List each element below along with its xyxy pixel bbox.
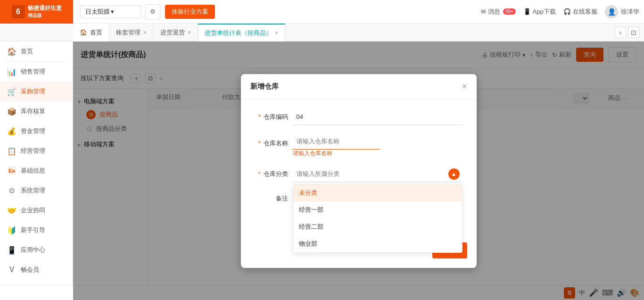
dropdown-option-0[interactable]: 未分类 <box>293 184 462 201</box>
new-warehouse-dialog: 新增仓库 × * 仓库编码 <box>241 74 477 268</box>
member-icon: V <box>8 266 16 274</box>
sidebar-item-system[interactable]: ⚙ 系统管理 <box>0 181 73 200</box>
home-sidebar-icon: 🏠 <box>8 47 16 56</box>
sidebar-item-guide[interactable]: 🔰 新手引导 <box>0 220 73 240</box>
category-label: * 仓库分类 <box>255 166 293 178</box>
online-service-label: 在线客服 <box>573 8 597 16</box>
store-name: 日太阳膜 <box>85 8 111 16</box>
user-area[interactable]: 👤 徐泽华 <box>605 5 639 18</box>
appstore-icon: 📱 <box>8 246 16 254</box>
message-badge: 99+ <box>503 8 516 15</box>
avatar: 👤 <box>605 5 618 18</box>
tab-purchase-return-close[interactable]: × <box>188 29 191 36</box>
tab-purchase-return-label: 进货退货 <box>160 28 185 37</box>
category-required-mark: * <box>258 170 261 177</box>
dialog-header: 新增仓库 × <box>241 74 477 100</box>
sidebar-item-sales[interactable]: 📊 销售管理 <box>0 62 73 82</box>
tab-bar: 🏠 首页 账套管理 × 进货退货 × 进货单统计表（按商品） × ‹ ⊡ <box>0 24 644 42</box>
logo: 6 畅捷通好生意 精品版 <box>0 0 73 24</box>
store-selector[interactable]: 日太阳膜 ▾ <box>80 5 141 18</box>
operations-icon: 📋 <box>8 147 16 155</box>
form-row-code: * 仓库编码 <box>255 109 462 125</box>
user-name: 徐泽华 <box>621 8 639 16</box>
tab-accounts[interactable]: 账套管理 × <box>109 24 154 42</box>
tab-purchase-stats-close[interactable]: × <box>275 30 278 36</box>
sidebar-item-enterprise[interactable]: 🤝 企业协同 <box>0 200 73 220</box>
sidebar-member-label: 畅会员 <box>21 266 39 274</box>
nav-right-area: ✉ 消息 99+ 📱 App下载 🎧 在线客服 👤 徐泽华 <box>481 5 639 18</box>
category-dropdown-btn[interactable]: ▲ <box>448 168 460 180</box>
tab-purchase-stats[interactable]: 进货单统计表（按商品） × <box>198 24 285 42</box>
gear-icon: ⚙ <box>150 8 156 15</box>
app-download-btn[interactable]: 📱 App下载 <box>523 8 556 16</box>
form-row-category: * 仓库分类 ▲ 未分类 经营一部 经营二部 物业部 <box>255 166 462 182</box>
sidebar-item-purchase[interactable]: 🛒 采购管理 <box>0 82 73 101</box>
tab-purchase-stats-label: 进货单统计表（按商品） <box>205 29 272 37</box>
experience-btn[interactable]: 体验行业方案 <box>165 5 215 19</box>
code-required-mark: * <box>258 113 261 120</box>
system-icon: ⚙ <box>8 186 16 195</box>
logo-number: 6 <box>16 8 20 16</box>
dropdown-option-3[interactable]: 物业部 <box>293 235 462 252</box>
logo-sub-text: 精品版 <box>28 12 62 19</box>
sales-icon: 📊 <box>8 67 16 76</box>
sidebar-item-inventory[interactable]: 📦 库存核算 <box>0 101 73 121</box>
tab-purchase-return[interactable]: 进货退货 × <box>154 24 198 42</box>
sidebar-inventory-label: 库存核算 <box>21 107 45 116</box>
sidebar-purchase-label: 采购管理 <box>21 87 45 96</box>
sidebar-item-member[interactable]: V 畅会员 <box>0 260 73 280</box>
basic-info-icon: Ea <box>8 167 16 175</box>
phone-icon: 📱 <box>523 8 531 15</box>
dropdown-option-2[interactable]: 经营二部 <box>293 218 462 235</box>
home-icon: 🏠 <box>80 29 87 36</box>
sidebar-sales-label: 销售管理 <box>21 67 45 76</box>
purchase-icon: 🛒 <box>8 87 16 96</box>
name-input[interactable] <box>293 133 380 150</box>
logo-text-block: 畅捷通好生意 精品版 <box>28 4 62 19</box>
store-arrow-icon: ▾ <box>111 8 136 15</box>
sidebar-system-label: 系统管理 <box>21 186 45 195</box>
finance-icon: 💰 <box>8 127 16 135</box>
sidebar-finance-label: 资金管理 <box>21 127 45 135</box>
form-name-row-inner: * 仓库名称 <box>255 133 380 150</box>
sidebar-guide-label: 新手引导 <box>21 226 45 234</box>
message-label: 消息 <box>488 8 500 16</box>
enterprise-icon: 🤝 <box>8 206 16 215</box>
form-row-name: * 仓库名称 请输入仓库名称 <box>255 133 462 158</box>
tab-home[interactable]: 🏠 首页 <box>73 24 109 42</box>
sidebar-home-label: 首页 <box>21 47 33 56</box>
name-error-msg: 请输入仓库名称 <box>293 150 332 158</box>
sidebar: 🏠 首页 📊 销售管理 🛒 采购管理 📦 库存核算 💰 资金管理 📋 经营管理 … <box>0 42 73 300</box>
code-label: * 仓库编码 <box>255 109 293 121</box>
code-input[interactable] <box>293 109 462 125</box>
tab-prev-btn[interactable]: ‹ <box>615 27 626 38</box>
logo-icon: 6 <box>12 5 25 18</box>
sidebar-basic-info-label: 基础信息 <box>21 167 45 175</box>
dialog-title: 新增仓库 <box>250 82 279 91</box>
dialog-body: * 仓库编码 * 仓库名称 <box>241 100 477 237</box>
modal-overlay: 新增仓库 × * 仓库编码 <box>73 42 644 300</box>
category-input[interactable] <box>293 166 462 182</box>
sidebar-item-basic-info[interactable]: Ea 基础信息 <box>0 161 73 181</box>
message-icon: ✉ <box>481 8 486 15</box>
dialog-close-btn[interactable]: × <box>462 82 467 92</box>
message-btn[interactable]: ✉ 消息 99+ <box>481 8 516 16</box>
sidebar-item-home[interactable]: 🏠 首页 <box>0 42 73 61</box>
remarks-label: 备注 <box>255 191 293 203</box>
app-download-label: App下载 <box>533 8 556 16</box>
name-required-mark: * <box>258 140 261 147</box>
sidebar-item-finance[interactable]: 💰 资金管理 <box>0 121 73 141</box>
tab-accounts-close[interactable]: × <box>143 29 147 36</box>
name-label: * 仓库名称 <box>255 135 293 148</box>
name-error-wrap: 请输入仓库名称 <box>255 150 332 158</box>
online-service-btn[interactable]: 🎧 在线客服 <box>563 8 597 16</box>
sidebar-enterprise-label: 企业协同 <box>21 206 45 215</box>
main-layout: 🏠 首页 📊 销售管理 🛒 采购管理 📦 库存核算 💰 资金管理 📋 经营管理 … <box>0 42 644 300</box>
guide-icon: 🔰 <box>8 226 16 234</box>
sidebar-item-appstore[interactable]: 📱 应用中心 <box>0 240 73 260</box>
dropdown-option-1[interactable]: 经营一部 <box>293 201 462 218</box>
tab-next-btn[interactable]: ⊡ <box>628 27 639 38</box>
settings-gear-btn[interactable]: ⚙ <box>145 4 160 19</box>
category-dropdown-menu: 未分类 经营一部 经营二部 物业部 <box>293 184 462 253</box>
sidebar-item-operations[interactable]: 📋 经营管理 <box>0 141 73 161</box>
